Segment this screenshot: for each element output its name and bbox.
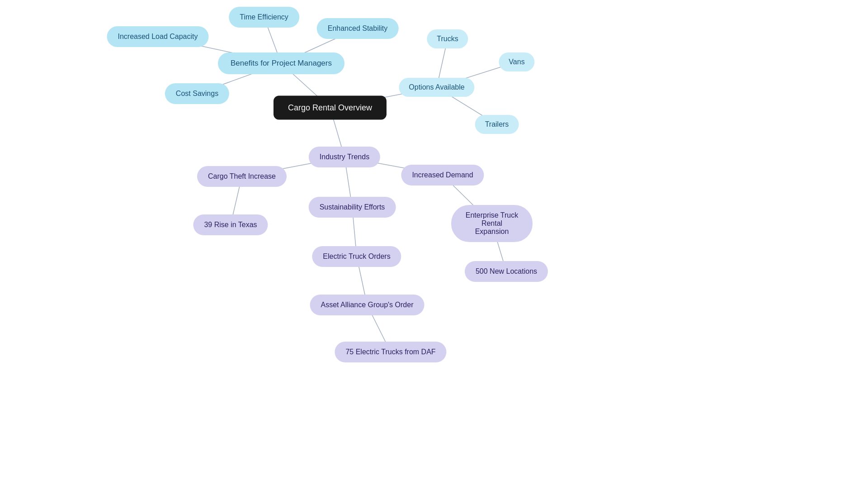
industry-trends-node[interactable]: Industry Trends: [309, 147, 380, 167]
vans-node[interactable]: Vans: [499, 52, 534, 71]
sustainability-efforts-node[interactable]: Sustainability Efforts: [309, 197, 396, 218]
increased-load-node[interactable]: Increased Load Capacity: [107, 26, 209, 47]
mind-map: Cargo Rental Overview Benefits for Proje…: [0, 0, 868, 490]
benefits-node[interactable]: Benefits for Project Managers: [218, 52, 344, 74]
electric-trucks-daf-node[interactable]: 75 Electric Trucks from DAF: [335, 342, 446, 362]
center-node[interactable]: Cargo Rental Overview: [274, 96, 387, 120]
increased-demand-node[interactable]: Increased Demand: [401, 165, 484, 186]
enhanced-stability-node[interactable]: Enhanced Stability: [317, 18, 399, 39]
asset-alliance-node[interactable]: Asset Alliance Group's Order: [310, 295, 425, 315]
cost-savings-node[interactable]: Cost Savings: [165, 83, 229, 104]
time-efficiency-node[interactable]: Time Efficiency: [229, 7, 299, 28]
trucks-node[interactable]: Trucks: [427, 29, 468, 48]
new-locations-node[interactable]: 500 New Locations: [465, 261, 548, 282]
rise-in-texas-node[interactable]: 39 Rise in Texas: [193, 214, 268, 235]
trailers-node[interactable]: Trailers: [475, 115, 519, 134]
connection-lines: [0, 0, 868, 490]
options-available-node[interactable]: Options Available: [399, 78, 474, 97]
cargo-theft-node[interactable]: Cargo Theft Increase: [197, 166, 287, 187]
enterprise-truck-node[interactable]: Enterprise Truck Rental Expansion: [451, 205, 533, 242]
electric-truck-orders-node[interactable]: Electric Truck Orders: [312, 246, 401, 267]
